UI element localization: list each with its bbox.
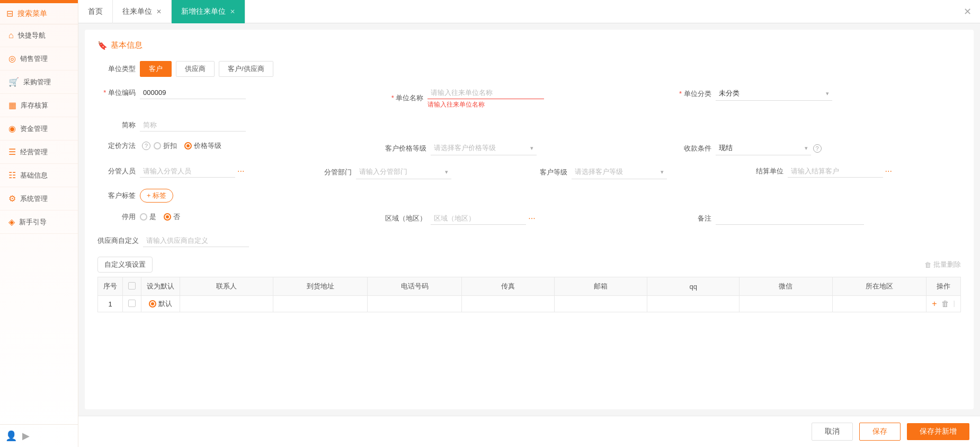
tab-new-partner-label: 新增往来单位 <box>181 7 226 16</box>
region-more-icon[interactable]: ··· <box>528 214 535 223</box>
sidebar-item-sales[interactable]: ◎ 销售管理 <box>0 47 78 71</box>
unit-code-input[interactable] <box>140 86 246 99</box>
row-region-input[interactable] <box>838 300 921 308</box>
row-qq[interactable] <box>647 296 740 312</box>
batch-delete-button[interactable]: 🗑 批量删除 <box>924 260 961 269</box>
row-default-radio[interactable]: 默认 <box>147 299 174 309</box>
sidebar-item-finance[interactable]: ◉ 资金管理 <box>0 117 78 141</box>
row-region[interactable] <box>832 296 926 312</box>
sidebar-search[interactable]: ⊟ 搜索菜单 <box>0 3 78 24</box>
save-button[interactable]: 保存 <box>859 423 901 441</box>
tab-bar: 首页 往来单位 ✕ 新增往来单位 ✕ ✕ <box>78 0 980 23</box>
row-email[interactable] <box>555 296 647 312</box>
fax-input[interactable] <box>467 300 549 308</box>
chevron-down-icon: ▾ <box>661 169 664 176</box>
close-all-tabs[interactable]: ✕ <box>955 6 980 17</box>
scroll-indicator: | <box>954 299 955 309</box>
qq-input[interactable] <box>653 300 734 308</box>
short-name-input[interactable] <box>140 119 246 132</box>
sidebar-item-base[interactable]: ☷ 基础信息 <box>0 164 78 187</box>
sidebar-item-system[interactable]: ⚙ 系统管理 <box>0 187 78 211</box>
region-input[interactable] <box>431 212 526 225</box>
select-all-checkbox[interactable] <box>128 282 136 290</box>
col-wechat: 微信 <box>740 277 832 296</box>
default-radio-circle <box>149 300 156 308</box>
col-phone: 电话号码 <box>368 277 462 296</box>
search-icon: ⊟ <box>6 8 13 19</box>
footer: 取消 保存 保存并新增 <box>78 416 980 447</box>
customer-level-select[interactable]: 请选择客户等级 ▾ <box>572 165 667 179</box>
manager-input[interactable] <box>140 165 235 178</box>
unit-type-customer[interactable]: 客户 <box>140 61 172 77</box>
contact-input[interactable] <box>185 300 268 308</box>
unit-name-input[interactable] <box>427 86 544 99</box>
row-address[interactable] <box>273 296 368 312</box>
row-phone[interactable] <box>368 296 462 312</box>
address-input[interactable] <box>279 300 362 308</box>
col-region: 所在地区 <box>832 277 926 296</box>
payment-help-icon[interactable]: ? <box>813 144 822 153</box>
row-wechat[interactable] <box>740 296 832 312</box>
unit-type-supplier[interactable]: 供应商 <box>176 61 215 77</box>
disabled-no[interactable]: 否 <box>164 212 180 222</box>
unit-type-row: 单位类型 客户 供应商 客户/供应商 <box>97 61 961 77</box>
tab-partners-close[interactable]: ✕ <box>156 8 162 15</box>
sidebar-item-inventory[interactable]: ▦ 库存核算 <box>0 94 78 117</box>
tab-new-partner-close[interactable]: ✕ <box>230 8 235 15</box>
settlement-unit-input[interactable] <box>788 165 883 178</box>
wechat-input[interactable] <box>745 300 826 308</box>
section-header: 🔖 基本信息 <box>97 40 961 50</box>
sidebar-item-purchase[interactable]: 🛒 采购管理 <box>0 71 78 94</box>
unit-category-select[interactable]: 未分类 ▾ <box>716 86 832 101</box>
customer-tag-row: 客户标签 + 标签 <box>97 189 961 203</box>
col-qq: qq <box>647 277 740 296</box>
unit-code-label: 单位编码 <box>97 88 140 98</box>
pricing-level[interactable]: 价格等级 <box>184 141 221 151</box>
payment-terms-select[interactable]: 现结 ▾ <box>716 141 811 155</box>
remark-input[interactable] <box>716 212 864 225</box>
user-icon[interactable]: 👤 <box>5 430 17 442</box>
unit-type-both[interactable]: 客户/供应商 <box>219 61 273 77</box>
customer-price-level-select[interactable]: 请选择客户价格等级 ▾ <box>431 141 537 155</box>
cancel-button[interactable]: 取消 <box>812 423 853 441</box>
add-row-button[interactable]: + <box>932 299 937 309</box>
pricing-method-field: 定价方法 ? 折扣 价格等级 <box>97 141 385 151</box>
unit-name-wrapper: 请输入往来单位名称 <box>427 86 544 109</box>
chevron-down-icon: ▾ <box>805 145 808 152</box>
add-tag-button[interactable]: + 标签 <box>140 189 173 203</box>
email-input[interactable] <box>560 300 642 308</box>
disabled-yes-label: 是 <box>149 212 156 222</box>
sidebar-item-newbie[interactable]: ◈ 新手引导 <box>0 211 78 234</box>
pricing-help-icon[interactable]: ? <box>142 142 150 150</box>
sidebar-item-label: 快捷导航 <box>18 31 46 40</box>
short-name-row: 简称 <box>97 119 961 132</box>
save-new-button[interactable]: 保存并新增 <box>907 423 969 440</box>
col-no: 序号 <box>98 277 123 296</box>
sidebar-item-operations[interactable]: ☰ 经营管理 <box>0 141 78 164</box>
row-default: 默认 <box>141 296 180 312</box>
row-fax[interactable] <box>461 296 554 312</box>
tab-new-partner[interactable]: 新增往来单位 ✕ <box>172 0 245 23</box>
row-select-checkbox[interactable] <box>128 300 136 307</box>
supplier-custom-row: 供应商自定义 <box>97 234 961 247</box>
custom-settings-button[interactable]: 自定义项设置 <box>97 257 153 273</box>
tab-partners[interactable]: 往来单位 ✕ <box>113 0 172 23</box>
manager-more-icon[interactable]: ··· <box>237 166 244 176</box>
supplier-custom-input[interactable] <box>143 234 249 247</box>
tab-home[interactable]: 首页 <box>78 0 113 23</box>
row-checkbox[interactable] <box>123 296 141 312</box>
batch-delete-label: 批量删除 <box>933 260 961 269</box>
row-contact[interactable] <box>180 296 273 312</box>
disabled-yes[interactable]: 是 <box>140 212 156 222</box>
sidebar-item-quick-nav[interactable]: ⌂ 快捷导航 <box>0 24 78 47</box>
department-select[interactable]: 请输入分管部门 ▾ <box>356 165 451 179</box>
expand-icon[interactable]: ▶ <box>22 430 30 442</box>
delete-row-button[interactable]: 🗑 <box>941 299 949 309</box>
settlement-unit-label: 结算单位 <box>745 166 788 176</box>
unit-code-field: 单位编码 <box>97 86 385 99</box>
customer-level-placeholder: 请选择客户等级 <box>575 167 658 177</box>
col-address: 到货地址 <box>273 277 368 296</box>
pricing-discount[interactable]: 折扣 <box>154 141 177 151</box>
settlement-more-icon[interactable]: ··· <box>885 166 892 176</box>
phone-input[interactable] <box>373 300 456 308</box>
